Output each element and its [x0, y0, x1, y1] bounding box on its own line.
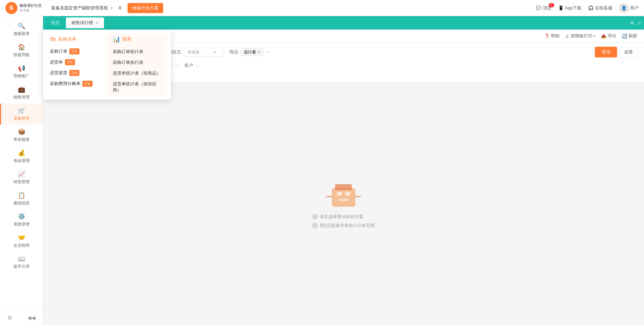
dropdown-item-purchase-order[interactable]: 采购订单 历史	[47, 46, 102, 57]
dropdown-item-goods-stats-by-supplier[interactable]: 进货单统计表（按供应商）	[110, 79, 165, 95]
shopping-bag-icon: 🛍	[50, 36, 56, 43]
purchase-dropdown-menu: 🛍 采购业务 采购订单 历史 进货单 历史 进货退货 历史 采购费用分摊单 历史…	[43, 30, 171, 99]
dropdown-item-goods-stats-by-product[interactable]: 进货单统计表（按商品）	[110, 68, 165, 79]
history-badge-1: 历史	[69, 48, 79, 54]
dropdown-left-col: 🛍 采购业务 采购订单 历史 进货单 历史 进货退货 历史 采购费用分摊单 历史	[47, 34, 102, 95]
dropdown-right-col: 📊 报表 采购订单统计表 采购订单执行表 进货单统计表（按商品） 进货单统计表（…	[107, 34, 167, 95]
history-badge-2: 历史	[65, 59, 75, 65]
dropdown-divider	[104, 34, 105, 95]
dropdown-item-goods-receipt[interactable]: 进货单 历史	[47, 57, 102, 68]
dropdown-left-header: 🛍 采购业务	[47, 34, 102, 46]
dropdown-item-purchase-expense[interactable]: 采购费用分摊单 历史	[47, 78, 102, 89]
dropdown-right-header: 📊 报表	[110, 34, 165, 46]
history-badge-3: 历史	[69, 70, 79, 76]
dropdown-item-purchase-order-exec[interactable]: 采购订单执行表	[110, 57, 165, 68]
report-icon: 📊	[113, 36, 120, 43]
history-badge-4: 历史	[82, 81, 93, 87]
dropdown-item-purchase-order-stats[interactable]: 采购订单统计表	[110, 46, 165, 57]
dropdown-item-goods-return[interactable]: 进货退货 历史	[47, 68, 102, 78]
